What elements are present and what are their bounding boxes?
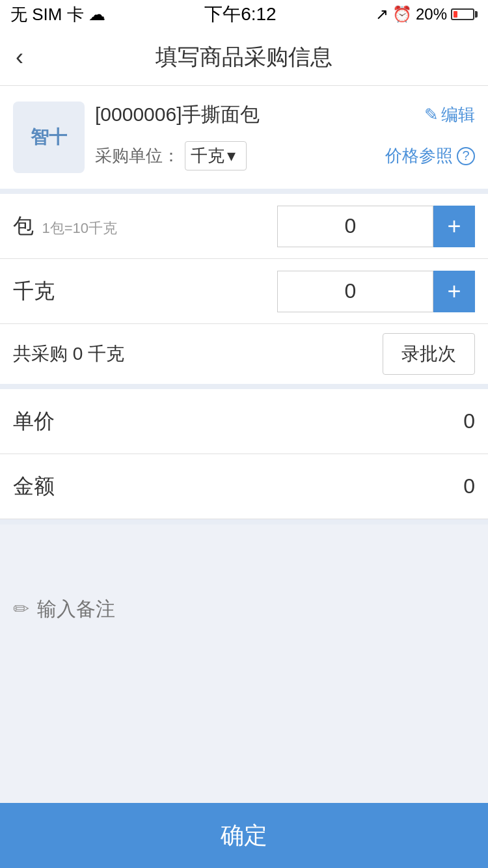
kg-label: 千克 (13, 277, 55, 306)
spacer (0, 694, 488, 804)
edit-button[interactable]: ✎ 编辑 (424, 103, 475, 126)
product-card: 智十 [0000006]手撕面包 ✎ 编辑 采购单位： 千克 ▾ 价格参照 ? (0, 86, 488, 194)
unit-price-row: 单价 0 (0, 389, 488, 454)
summary-quantity: 0 (73, 344, 83, 364)
remark-section: ✏ (0, 519, 488, 694)
kg-quantity-input[interactable] (277, 271, 433, 312)
summary-row: 共采购 0 千克 录批次 (0, 324, 488, 389)
status-bar: 无 SIM 卡 ☁ 下午6:12 ↗ ⏰ 20% (0, 0, 488, 29)
product-id: [0000006] (95, 103, 182, 125)
product-logo: 智十 (31, 125, 67, 150)
product-unit-row: 采购单位： 千克 ▾ 价格参照 ? (95, 141, 475, 170)
amount-row: 金额 0 (0, 454, 488, 519)
bag-quantity-input[interactable] (277, 206, 433, 247)
battery-percent: 20% (416, 5, 447, 23)
bag-controls: + (277, 206, 475, 247)
unit-label-text: 采购单位： (95, 144, 180, 167)
bag-label: 包 1包=10千克 (13, 212, 117, 241)
dropdown-icon: ▾ (227, 146, 236, 166)
unit-select[interactable]: 千克 ▾ (185, 141, 247, 170)
unit-label: 采购单位： 千克 ▾ (95, 141, 247, 170)
summary-text: 共采购 0 千克 (13, 342, 124, 366)
amount-label: 金额 (13, 472, 55, 501)
sim-signal: 无 SIM 卡 ☁ (10, 3, 105, 26)
kg-controls: + (277, 271, 475, 312)
bag-plus-button[interactable]: + (433, 206, 475, 247)
amount-value: 0 (463, 474, 475, 498)
confirm-button[interactable]: 确定 (0, 803, 488, 868)
info-icon: ? (457, 147, 475, 165)
remark-input[interactable] (37, 598, 475, 620)
product-name: [0000006]手撕面包 (95, 102, 260, 128)
alarm-icon: ⏰ (392, 5, 412, 23)
product-header: [0000006]手撕面包 ✎ 编辑 (95, 102, 475, 128)
edit-icon: ✎ (424, 105, 439, 125)
bag-input-row: 包 1包=10千克 + (0, 194, 488, 259)
back-button[interactable]: ‹ (16, 44, 23, 71)
summary-label: 共采购 (13, 344, 68, 364)
price-ref-label: 价格参照 (385, 144, 453, 167)
bag-sublabel: 1包=10千克 (42, 220, 117, 236)
product-title: 手撕面包 (182, 103, 260, 125)
battery-icon (451, 8, 478, 20)
unit-price-label: 单价 (13, 407, 55, 436)
product-info: [0000006]手撕面包 ✎ 编辑 采购单位： 千克 ▾ 价格参照 ? (95, 102, 475, 170)
unit-value: 千克 (191, 144, 224, 167)
input-section: 包 1包=10千克 + 千克 + (0, 194, 488, 324)
status-right: ↗ ⏰ 20% (375, 5, 478, 23)
status-time: 下午6:12 (204, 2, 277, 27)
product-image: 智十 (13, 102, 85, 173)
price-reference-button[interactable]: 价格参照 ? (385, 144, 475, 167)
edit-label: 编辑 (441, 103, 475, 126)
price-section: 单价 0 金额 0 (0, 389, 488, 519)
page-title: 填写商品采购信息 (156, 42, 332, 72)
nav-bar: ‹ 填写商品采购信息 (0, 29, 488, 86)
kg-input-row: 千克 + (0, 259, 488, 324)
kg-plus-button[interactable]: + (433, 271, 475, 312)
pencil-icon: ✏ (13, 597, 29, 620)
summary-unit: 千克 (88, 344, 124, 364)
batch-button[interactable]: 录批次 (383, 333, 475, 375)
status-left: 无 SIM 卡 ☁ (10, 3, 105, 26)
location-icon: ↗ (375, 5, 388, 23)
unit-price-value: 0 (463, 409, 475, 433)
